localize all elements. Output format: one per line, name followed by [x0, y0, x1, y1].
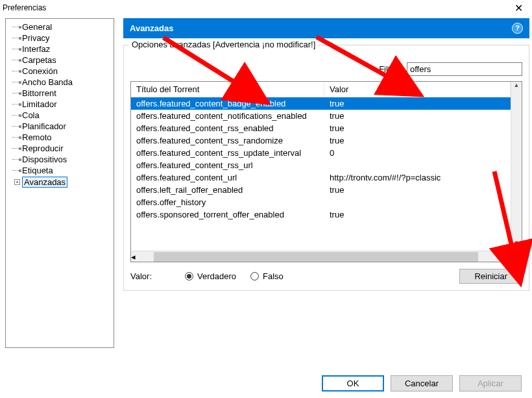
panel-title: Avanzadas [130, 23, 173, 33]
scroll-up-icon[interactable]: ▲ [511, 82, 522, 93]
listview-headers[interactable]: Título del Torrent Valor [131, 82, 522, 97]
tree-item-label: Carpetas [22, 55, 56, 65]
horizontal-scrollbar[interactable]: ◂ [131, 251, 522, 262]
row-title: offers.featured_content_rss_randomize [131, 134, 324, 147]
options-listview[interactable]: Título del Torrent Valor offers.featured… [130, 81, 522, 262]
dialog-footer: OK Cancelar Aplicar [322, 375, 522, 392]
row-title: offers.featured_content_notifications_en… [131, 110, 324, 122]
row-title: offers.offer_history [131, 196, 324, 208]
tree-item-label: Interfaz [22, 44, 50, 54]
row-value [324, 159, 511, 171]
table-row[interactable]: offers.featured_content_notifications_en… [131, 110, 511, 122]
tree-item-limitador[interactable]: Limitador [8, 99, 114, 110]
tree-item-label: Privacy [22, 33, 50, 43]
radio-false[interactable]: Falso [250, 271, 284, 281]
help-icon[interactable]: ? [512, 23, 523, 34]
row-title: offers.featured_content_rss_url [131, 159, 324, 171]
tree-item-carpetas[interactable]: Carpetas [8, 55, 114, 66]
row-title: offers.featured_content_rss_update_inter… [131, 147, 324, 159]
ok-button[interactable]: OK [322, 375, 384, 392]
tree-item-avanzadas[interactable]: +Avanzadas [8, 176, 114, 188]
radio-true-button[interactable] [185, 272, 193, 280]
close-icon[interactable]: ✕ [509, 2, 528, 14]
reset-button[interactable]: Reiniciar [459, 269, 522, 284]
tree-item-label: Reproducir [22, 143, 64, 153]
table-row[interactable]: offers.featured_content_rss_update_inter… [131, 147, 511, 159]
table-row[interactable]: offers.featured_content_rss_enabledtrue [131, 122, 511, 134]
row-title: offers.featured_content_badge_enabled [131, 97, 324, 110]
tree-item-label: Bittorrent [22, 88, 56, 98]
tree-item-ancho-banda[interactable]: Ancho Banda [8, 77, 114, 88]
tree-item-planificador[interactable]: Planificador [8, 121, 114, 132]
row-title: offers.left_rail_offer_enabled [131, 184, 324, 196]
tree-item-dispositivos[interactable]: Dispositivos [8, 154, 114, 165]
tree-item-bittorrent[interactable]: Bittorrent [8, 88, 114, 99]
radio-true-label: Verdadero [197, 271, 236, 281]
value-label: Valor: [130, 271, 171, 281]
tree-item-label: General [22, 22, 52, 32]
radio-true[interactable]: Verdadero [185, 271, 236, 281]
row-value: true [324, 184, 511, 196]
row-value: http://trontv.com/#!/?p=classic [324, 171, 511, 184]
vertical-scrollbar[interactable]: ▲ ▼ [511, 82, 522, 251]
advanced-options-group: Opciones avanzadas [Advertencia ¡no modi… [123, 45, 529, 291]
filter-input[interactable] [407, 62, 522, 76]
tree-item-general[interactable]: General [8, 21, 114, 32]
tree-item-label: Etiqueta [22, 166, 53, 175]
scroll-thumb[interactable] [154, 252, 478, 262]
expand-icon[interactable]: + [14, 179, 20, 185]
titlebar: Preferencias ✕ [0, 0, 532, 17]
row-value: true [324, 208, 511, 221]
tree-item-interfaz[interactable]: Interfaz [8, 44, 114, 55]
table-row[interactable]: offers.featured_content_badge_enabledtru… [131, 97, 511, 110]
tree-item-label: Avanzadas [22, 177, 67, 188]
tree-item-conexión[interactable]: Conexión [8, 66, 114, 77]
row-value: true [324, 134, 511, 147]
scroll-down-icon[interactable]: ▼ [511, 240, 522, 251]
row-value: true [324, 122, 511, 134]
row-value: 0 [324, 147, 511, 159]
column-title[interactable]: Título del Torrent [131, 82, 324, 97]
table-row[interactable]: offers.featured_content_rss_url [131, 159, 511, 171]
row-title: offers.featured_content_url [131, 171, 324, 184]
row-value [324, 196, 511, 208]
table-row[interactable]: offers.featured_content_rss_randomizetru… [131, 134, 511, 147]
row-title: offers.sponsored_torrent_offer_enabled [131, 208, 324, 221]
table-row[interactable]: offers.featured_content_urlhttp://trontv… [131, 171, 511, 184]
tree-item-label: Conexión [22, 66, 58, 76]
group-legend: Opciones avanzadas [Advertencia ¡no modi… [129, 40, 318, 49]
scroll-left-icon[interactable]: ◂ [131, 252, 142, 262]
column-value[interactable]: Valor [324, 82, 511, 97]
cancel-button[interactable]: Cancelar [391, 375, 453, 392]
row-value: true [324, 97, 511, 110]
table-row[interactable]: offers.sponsored_torrent_offer_enabledtr… [131, 208, 511, 221]
panel-header: Avanzadas ? [123, 18, 529, 38]
filter-label: Filtrar: [379, 64, 403, 74]
tree-item-label: Ancho Banda [22, 77, 73, 87]
tree-item-etiqueta[interactable]: Etiqueta [8, 165, 114, 176]
table-row[interactable]: offers.offer_history [131, 196, 511, 208]
tree-item-label: Remoto [22, 132, 52, 142]
tree-item-label: Cola [22, 110, 40, 120]
row-title: offers.featured_content_rss_enabled [131, 122, 324, 134]
tree-item-cola[interactable]: Cola [8, 110, 114, 121]
radio-false-button[interactable] [250, 272, 259, 280]
table-row[interactable]: offers.left_rail_offer_enabledtrue [131, 184, 511, 196]
radio-false-label: Falso [263, 271, 284, 281]
tree-item-privacy[interactable]: Privacy [8, 32, 114, 44]
row-value: true [324, 110, 511, 122]
tree-item-label: Limitador [22, 99, 56, 109]
tree-item-label: Dispositivos [22, 155, 67, 164]
tree-item-remoto[interactable]: Remoto [8, 132, 114, 143]
preferences-tree[interactable]: GeneralPrivacyInterfazCarpetasConexiónAn… [5, 18, 114, 348]
tree-item-label: Planificador [22, 121, 66, 131]
tree-item-reproducir[interactable]: Reproducir [8, 143, 114, 154]
window-title: Preferencias [3, 3, 46, 12]
apply-button[interactable]: Aplicar [459, 375, 522, 392]
